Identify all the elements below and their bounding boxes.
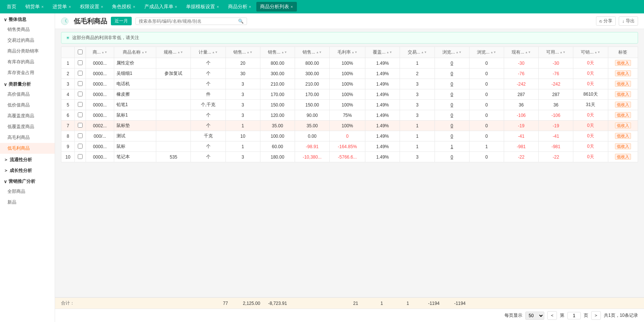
nav-item-sales[interactable]: 销货单 × [22,2,47,12]
th-view2[interactable]: 浏览... ▲▼ [469,47,504,58]
cell-view1[interactable]: 0 [435,79,469,89]
sidebar-group-overview[interactable]: ∨ 整体信息 [0,13,55,24]
nav-close-sales[interactable]: × [41,4,44,9]
th-margin[interactable]: 毛利率 ▲▼ [330,47,365,58]
row-checkbox[interactable] [78,60,83,65]
sidebar-group-marketing[interactable]: ∨ 营销推广分析 [0,175,55,186]
sidebar-item-traded-goods[interactable]: 交易过的商品 [0,35,55,46]
next-page-btn[interactable]: ＞ [591,311,601,320]
cell-view2: 0 [469,89,504,100]
row-checkbox[interactable] [78,102,83,107]
sidebar-item-high-coverage[interactable]: 高覆盖度商品 [0,111,55,121]
th-sales-amount[interactable]: 销售... ▲▼ [295,47,329,58]
nav-item-home[interactable]: 首页 [3,2,20,12]
search-input[interactable] [139,19,238,24]
row-checkbox[interactable] [78,123,83,128]
th-sales-price[interactable]: 销售... ▲▼ [260,47,295,58]
row-checkbox[interactable] [78,154,83,159]
th-current[interactable]: 现有... ▲▼ [504,47,538,58]
cell-current: -242 [504,79,538,89]
nav-item-analysis[interactable]: 商品分析 × [224,2,255,12]
search-icon[interactable]: 🔍 [238,19,244,24]
nav-close-analysis-list[interactable]: × [291,4,293,9]
cell-view1[interactable]: 0 [435,152,469,162]
nav-item-analysis-list[interactable]: 商品分析列表 × [256,2,297,12]
cell-name[interactable]: 电话机 [114,79,156,89]
share-btn[interactable]: ⎋ 分享 [596,16,616,26]
th-coverage[interactable]: 覆盖... ▲▼ [365,47,400,58]
cell-name[interactable]: 笔记本 [114,152,156,162]
sidebar-item-sales-goods[interactable]: 销售类商品 [0,24,55,35]
th-sellable[interactable]: 可销... ▲▼ [573,47,608,58]
th-view1[interactable]: 浏览... ▲▼ [435,47,469,58]
collapse-sidebar-btn[interactable]: 《 [61,17,68,25]
cell-name[interactable]: 吴细细1 [114,68,156,79]
row-checkbox[interactable] [78,144,83,149]
th-sales-qty[interactable]: 销售... ▲▼ [225,47,260,58]
sidebar-group-flow[interactable]: ＞ 流通性分析 [0,154,55,165]
cell-name[interactable]: 属性定价 [114,58,156,68]
cell-view1[interactable]: 1 [435,141,469,152]
sidebar-item-high-value[interactable]: 高价值商品 [0,89,55,100]
cell-check [75,152,86,162]
sidebar-item-low-margin[interactable]: 低毛利商品 [0,143,55,154]
cell-name[interactable]: 橡皮擦 [114,89,156,100]
select-all-checkbox[interactable] [78,50,83,54]
sidebar-item-low-value[interactable]: 低价值商品 [0,100,55,111]
th-tag[interactable]: 标签 [608,47,638,58]
nav-item-purchase[interactable]: 进货单 × [49,2,74,12]
nav-item-product-entry[interactable]: 产成品入库单 × [141,2,181,12]
page-size-select[interactable]: 50 100 [525,312,544,320]
row-checkbox[interactable] [78,133,83,138]
cell-view1[interactable]: 0 [435,89,469,100]
th-available[interactable]: 可用... ▲▼ [539,47,573,58]
th-trade[interactable]: 交易... ▲▼ [400,47,435,58]
cell-name[interactable]: 鼠标1 [114,110,156,121]
cell-sales-qty: 10 [225,131,260,141]
prev-page-btn[interactable]: ＜ [547,311,557,320]
cell-name[interactable]: 铅笔1 [114,100,156,110]
cell-view1[interactable]: 0 [435,131,469,141]
nav-item-permissions[interactable]: 权限设置 × [76,2,107,12]
cell-name[interactable]: 鼠标 [114,141,156,152]
row-checkbox[interactable] [78,81,83,86]
cell-view1[interactable]: 0 [435,68,469,79]
cell-view1[interactable]: 0 [435,58,469,68]
sidebar-item-stock-goods[interactable]: 有库存的商品 [0,57,55,67]
cell-margin: 100% [330,100,365,110]
nav-close-product-entry[interactable]: × [175,4,177,9]
nav-close-template[interactable]: × [217,4,219,9]
th-name[interactable]: 商品名称 ▲▼ [114,47,156,58]
nav-item-roles[interactable]: 角色授权 × [108,2,139,12]
sidebar-item-high-margin[interactable]: 高毛利商品 [0,132,55,143]
nav-close-roles[interactable]: × [133,4,135,9]
filter-recent-month-btn[interactable]: 近一月 [111,17,132,25]
cell-view1[interactable]: 0 [435,121,469,131]
sidebar-item-low-coverage[interactable]: 低覆盖度商品 [0,121,55,132]
table-row: 2 0000... 吴细细1 参加复试 个 30 300.00 300.00 1… [61,68,638,79]
th-code[interactable]: 商... ▲▼ [86,47,114,58]
cell-spec [156,58,191,68]
sidebar-item-new-goods[interactable]: 新品 [0,197,55,208]
th-unit[interactable]: 计量... ▲▼ [191,47,225,58]
sidebar-group-growth[interactable]: ＞ 成长性分析 [0,165,55,175]
nav-close-purchase[interactable]: × [68,4,71,9]
nav-close-permissions[interactable]: × [101,4,103,9]
row-checkbox[interactable] [78,112,83,117]
cell-name[interactable]: 测试 [114,131,156,141]
row-checkbox[interactable] [78,92,83,96]
nav-close-analysis[interactable]: × [249,4,251,9]
export-btn[interactable]: ↓ 导出 [619,16,638,26]
th-spec[interactable]: 规格... ▲▼ [156,47,191,58]
sidebar-group-cluster[interactable]: ∨ 类群量分析 [0,78,55,89]
cell-view1[interactable]: 0 [435,110,469,121]
cell-sales-price: 800.00 [260,58,295,68]
cell-name[interactable]: 鼠标垫 [114,121,156,131]
cell-view1[interactable]: 0 [435,100,469,110]
nav-item-template[interactable]: 单据模板设置 × [182,2,222,12]
row-checkbox[interactable] [78,71,83,76]
sidebar-item-category-rate[interactable]: 商品分类助销率 [0,46,55,57]
sidebar-item-stock-capital[interactable]: 库存资金占用 [0,67,55,78]
page-input[interactable] [567,312,581,319]
sidebar-item-all-goods[interactable]: 全部商品 [0,186,55,197]
